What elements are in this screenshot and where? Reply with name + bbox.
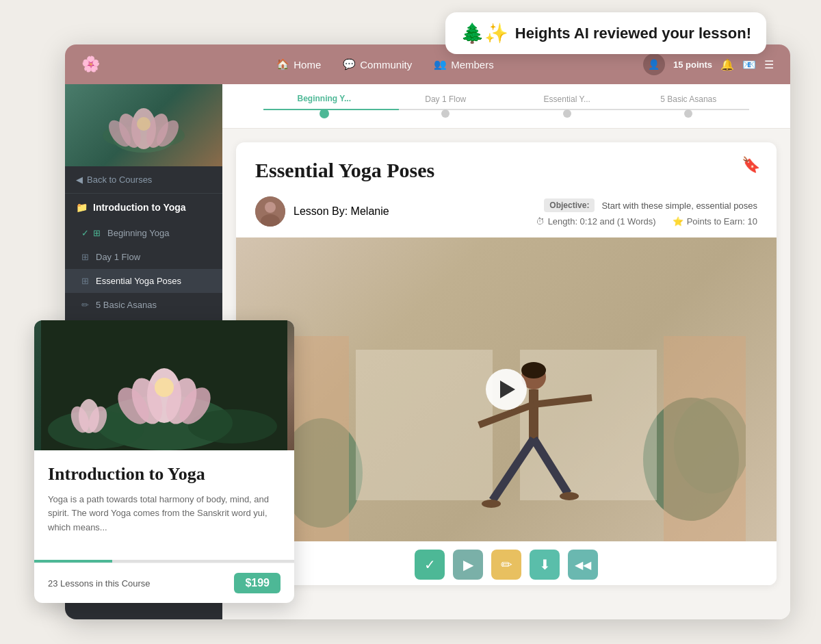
grid-icon: ⊞: [93, 228, 101, 238]
lesson-info: Objective: Start with these simple, esse…: [536, 196, 757, 227]
step1-label: Beginning Y...: [298, 94, 351, 103]
course-card-image: [34, 320, 294, 450]
grid-icon-3: ⊞: [81, 276, 89, 286]
lesson-header: 🔖 Essential Yoga Poses: [236, 142, 777, 237]
grid-icon-2: ⊞: [81, 252, 89, 262]
course-title: 📁 Introduction to Yoga: [65, 194, 222, 221]
ai-badge: 🌲✨ Heights AI reviewed your lesson!: [445, 12, 766, 54]
nav-members[interactable]: 👥 Members: [434, 58, 494, 70]
lesson-card: 🔖 Essential Yoga Poses: [236, 142, 777, 585]
lesson-item-beginning[interactable]: ✓ ⊞ Beginning Yoga: [65, 221, 222, 245]
length-stat: ⏱ Length: 0:12 and (1 Words): [536, 216, 656, 227]
video-area[interactable]: [236, 237, 777, 541]
nav-community[interactable]: 💬 Community: [343, 58, 412, 70]
course-lessons: 23 Lessons in this Course: [48, 578, 151, 589]
step4-label: 5 Basic Asanas: [660, 94, 716, 104]
check-icon: ✓: [81, 228, 89, 238]
lotus-image: [103, 91, 185, 159]
navbar-right: 👤 15 points 🔔 📧 ☰: [643, 53, 774, 75]
ai-icon: 🌲✨: [460, 22, 508, 44]
course-card-body: Introduction to Yoga Yoga is a path towa…: [34, 450, 294, 560]
course-price[interactable]: $199: [234, 573, 281, 593]
lesson-title: Essential Yoga Poses: [255, 159, 757, 182]
points: 15 points: [673, 60, 712, 70]
right-panel: Beginning Y... Day 1 Flow Essential Y...…: [222, 84, 790, 619]
mail-icon[interactable]: 📧: [742, 58, 756, 71]
step2-label: Day 1 Flow: [425, 94, 466, 104]
menu-icon[interactable]: ☰: [764, 58, 774, 71]
lesson-content: 🔖 Essential Yoga Poses: [222, 129, 790, 619]
complete-tool-button[interactable]: ✓: [415, 550, 445, 580]
svg-point-20: [521, 362, 546, 378]
yoga-figure-svg: [267, 336, 746, 541]
back-arrow-icon: ◀: [76, 175, 83, 185]
lesson-meta: Lesson By: Melanie Objective: Start with…: [255, 196, 757, 227]
pencil-icon: ✏: [81, 300, 89, 310]
svg-point-8: [137, 117, 151, 131]
course-card-footer: 23 Lessons in this Course $199: [34, 563, 294, 603]
objective-row: Objective: Start with these simple, esse…: [544, 198, 757, 212]
course-card-desc: Yoga is a path towards total harmony of …: [48, 493, 281, 535]
lesson-author: Lesson By: Melanie: [255, 196, 389, 227]
edit-tool-button[interactable]: ✏: [491, 550, 521, 580]
step1-dot: [320, 109, 329, 118]
progress-bar-area: Beginning Y... Day 1 Flow Essential Y...…: [222, 84, 790, 129]
points-stat: ⭐ Points to Earn: 10: [673, 216, 757, 227]
nav: 🏠 Home 💬 Community 👥 Members: [127, 58, 643, 70]
course-hero-image: [41, 320, 287, 450]
logo: 🌸: [81, 55, 100, 73]
sidebar-hero-image: [65, 84, 222, 166]
svg-point-10: [265, 202, 276, 213]
course-card: Introduction to Yoga Yoga is a path towa…: [34, 320, 294, 603]
svg-point-27: [560, 492, 579, 500]
step3-dot: [563, 110, 571, 118]
community-icon: 💬: [343, 58, 356, 70]
step3-label: Essential Y...: [544, 94, 590, 104]
audio-tool-button[interactable]: ◀◀: [568, 550, 598, 580]
objective-text: Start with these simple, essential poses: [601, 201, 757, 211]
video-background: [236, 237, 777, 541]
step2-dot: [441, 110, 449, 118]
svg-point-37: [155, 378, 174, 397]
home-icon: 🏠: [276, 58, 289, 70]
play-triangle-icon: [500, 381, 515, 398]
play-button[interactable]: [486, 369, 527, 410]
author-name: Lesson By: Melanie: [294, 205, 389, 218]
lesson-stats: ⏱ Length: 0:12 and (1 Words) ⭐ Points to…: [536, 216, 757, 227]
objective-badge: Objective:: [544, 198, 595, 212]
video-tool-button[interactable]: ▶: [453, 550, 483, 580]
folder-icon: 📁: [76, 202, 88, 213]
avatar: 👤: [643, 53, 665, 75]
svg-point-26: [482, 500, 501, 508]
lesson-item-day1[interactable]: ⊞ Day 1 Flow: [65, 245, 222, 269]
author-photo: [255, 196, 285, 227]
nav-home[interactable]: 🏠 Home: [276, 58, 321, 70]
members-icon: 👥: [434, 58, 447, 70]
bookmark-icon[interactable]: 🔖: [742, 156, 760, 174]
ai-badge-text: Heights AI reviewed your lesson!: [515, 25, 751, 42]
author-avatar: [255, 196, 285, 227]
lesson-item-basic[interactable]: ✏ 5 Basic Asanas: [65, 293, 222, 317]
svg-rect-16: [664, 336, 746, 541]
star-icon: ⭐: [673, 216, 683, 227]
video-tools: ✓ ▶ ✏ ⬇ ◀◀: [236, 541, 777, 585]
step4-dot: [684, 110, 692, 118]
back-to-courses[interactable]: ◀ Back to Courses: [65, 166, 222, 194]
clock-icon: ⏱: [536, 216, 545, 227]
bell-icon[interactable]: 🔔: [720, 58, 734, 71]
svg-rect-17: [356, 350, 493, 500]
course-card-title: Introduction to Yoga: [48, 464, 281, 485]
lesson-item-essential[interactable]: ⊞ Essential Yoga Poses: [65, 269, 222, 293]
download-tool-button[interactable]: ⬇: [530, 550, 560, 580]
